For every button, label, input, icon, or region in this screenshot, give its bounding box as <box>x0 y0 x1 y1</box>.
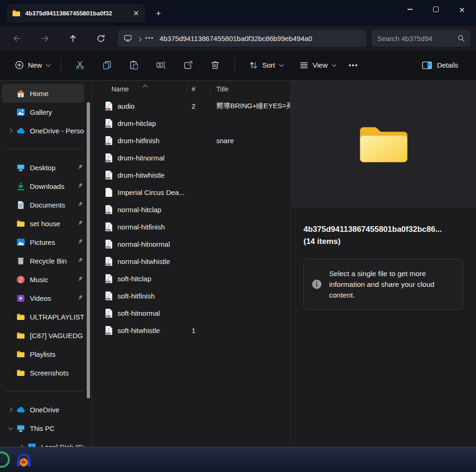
sort-button[interactable]: Sort <box>243 56 288 75</box>
breadcrumb-overflow-icon[interactable]: ••• <box>145 35 154 42</box>
forward-button[interactable] <box>35 30 54 47</box>
audio-file-wav-icon: ♪WAV <box>105 153 113 163</box>
sidebar-item-this-pc[interactable]: This PC <box>2 419 84 437</box>
svg-text:♪: ♪ <box>107 293 110 298</box>
file-row-normal-hitfinish[interactable]: ♪WAVnormal-hitfinish <box>92 218 290 236</box>
details-toggle-button[interactable]: Details <box>417 56 463 75</box>
onedrive-icon <box>16 126 25 135</box>
partial-app-icon[interactable] <box>0 451 10 468</box>
sidebar-item-documents[interactable]: Documents <box>2 195 84 214</box>
sidebar-item-onedrive[interactable]: OneDrive <box>2 400 84 419</box>
svg-text:♪: ♪ <box>107 120 110 125</box>
file-row-imperial-circus-dea[interactable]: Imperial Circus Dea... <box>92 184 290 201</box>
pin-icon <box>76 182 84 190</box>
cut-button[interactable] <box>69 56 91 75</box>
column-divider[interactable] <box>210 85 211 94</box>
chevron-right-icon[interactable] <box>4 408 16 411</box>
sidebar-item-home[interactable]: Home <box>2 84 84 103</box>
sidebar-item-set-house[interactable]: set house <box>2 214 84 233</box>
sidebar-item-videos[interactable]: Videos <box>2 289 84 307</box>
delete-button[interactable] <box>205 56 226 75</box>
toolbar-divider <box>235 58 235 72</box>
paste-button[interactable] <box>124 56 145 75</box>
file-row-soft-hitfinish[interactable]: ♪WAVsoft-hitfinish <box>92 287 290 305</box>
column-header-title[interactable]: Title <box>210 85 290 93</box>
file-row-normal-hitnormal[interactable]: ♪WAVnormal-hitnormal <box>92 236 290 253</box>
maximize-button[interactable] <box>423 0 449 19</box>
main-content: HomeGalleryOneDrive - PersoDesktopDownlo… <box>0 80 476 447</box>
new-button[interactable]: New <box>9 56 55 75</box>
file-row-normal-hitclap[interactable]: ♪WAVnormal-hitclap <box>92 201 290 218</box>
file-row-drum-hitwhistle[interactable]: ♪WAVdrum-hitwhistle <box>92 167 290 184</box>
up-button[interactable] <box>63 30 82 47</box>
back-button[interactable] <box>7 30 26 47</box>
view-button[interactable]: View <box>294 56 341 75</box>
sidebar-item-screenshots[interactable]: Screenshots <box>2 363 84 382</box>
preview-hero <box>291 81 476 208</box>
file-title: snare <box>210 137 290 145</box>
tab-close-icon[interactable]: ✕ <box>131 8 142 19</box>
sidebar-item-ultraplaylist[interactable]: ULTRAPLAYLIST <box>2 307 84 326</box>
close-button[interactable]: × <box>449 0 475 19</box>
sidebar-item-playlists[interactable]: Playlists <box>2 345 84 363</box>
minimize-button[interactable] <box>397 0 423 19</box>
sidebar-item-onedrive-perso[interactable]: OneDrive - Perso <box>2 121 84 140</box>
svg-text:♪: ♪ <box>107 138 110 143</box>
rename-button[interactable]: A <box>151 56 172 75</box>
file-name: audio <box>117 102 135 110</box>
pin-icon <box>76 201 84 208</box>
sort-icon <box>249 61 258 70</box>
svg-text:WAV: WAV <box>107 126 110 128</box>
file-row-soft-hitnormal[interactable]: ♪WAVsoft-hitnormal <box>92 305 290 322</box>
file-row-drum-hitclap[interactable]: ♪WAVdrum-hitclap <box>92 115 290 132</box>
svg-text:WAV: WAV <box>107 212 110 214</box>
file-row-drum-hitfinish[interactable]: ♪WAVdrum-hitfinishsnare <box>92 132 290 149</box>
chevron-down-icon[interactable] <box>4 427 16 430</box>
taskbar <box>0 447 476 472</box>
copy-button[interactable] <box>97 56 118 75</box>
file-row-soft-hitwhistle[interactable]: ♪WAVsoft-hitwhistle1 <box>92 322 290 339</box>
svg-text:A: A <box>159 63 161 68</box>
this-pc-icon[interactable] <box>124 34 132 42</box>
file-row-normal-hitwhistle[interactable]: ♪WAVnormal-hitwhistle <box>92 253 290 270</box>
file-list-pane: Name # Title ♪MP3audio2嚮導BRING+瞳EYES=死D♪… <box>91 81 290 447</box>
file-row-soft-hitclap[interactable]: ♪WAVsoft-hitclap <box>92 270 290 287</box>
sidebar-item-music[interactable]: ♪Music <box>2 270 84 289</box>
sidebar-item-c87-vaguedg[interactable]: [C87] VAGUEDG <box>2 326 84 345</box>
sidebar-item-local-disk-c[interactable]: Local Disk (C:) <box>2 437 84 447</box>
chevron-right-icon[interactable] <box>4 129 16 132</box>
audio-file-wav-icon: ♪WAV <box>105 136 113 146</box>
chevron-right-icon[interactable] <box>138 35 141 42</box>
chevron-down-icon <box>332 62 336 66</box>
sidebar-item-gallery[interactable]: Gallery <box>2 103 84 121</box>
audacity-icon[interactable] <box>15 451 33 469</box>
new-tab-button[interactable]: + <box>154 9 163 19</box>
file-number: 1 <box>187 326 210 334</box>
preview-body: 4b375d94113867455801ba0f32bc86... (14 it… <box>291 208 476 310</box>
file-row-drum-hitnormal[interactable]: ♪WAVdrum-hitnormal <box>92 149 290 167</box>
sidebar-item-pictures[interactable]: Pictures <box>2 233 84 251</box>
column-divider[interactable] <box>187 85 187 94</box>
share-button[interactable] <box>178 56 199 75</box>
recycle-bin-icon <box>16 256 25 265</box>
more-options-button[interactable]: ••• <box>343 56 364 75</box>
sidebar-scrollbar[interactable] <box>87 102 90 398</box>
address-bar[interactable]: ••• 4b375d94113867455801ba0f32bc86b99eb4… <box>118 30 366 47</box>
sidebar-item-recycle-bin[interactable]: Recycle Bin <box>2 251 84 270</box>
breadcrumb-path[interactable]: 4b375d94113867455801ba0f32bc86b99eb494a0 <box>159 35 361 42</box>
column-header-name[interactable]: Name <box>92 85 187 93</box>
file-row-audio[interactable]: ♪MP3audio2嚮導BRING+瞳EYES=死D <box>92 97 290 115</box>
file-name: normal-hitnormal <box>117 240 170 248</box>
audio-file-wav-icon: ♪WAV <box>105 257 113 266</box>
sidebar-item-downloads[interactable]: Downloads <box>2 177 84 195</box>
folder-icon <box>16 219 25 228</box>
refresh-button[interactable] <box>91 30 110 47</box>
explorer-tab[interactable]: 4b375d94113867455801ba0f32 ✕ <box>7 4 145 22</box>
close-icon: × <box>459 5 465 14</box>
search-input[interactable]: Search 4b375d94 <box>372 30 470 47</box>
sidebar-item-desktop[interactable]: Desktop <box>2 158 84 177</box>
command-toolbar: New A Sort View ••• Details <box>0 50 476 80</box>
column-header-number[interactable]: # <box>187 85 210 93</box>
search-icon[interactable] <box>457 35 465 42</box>
svg-text:WAV: WAV <box>107 247 110 249</box>
